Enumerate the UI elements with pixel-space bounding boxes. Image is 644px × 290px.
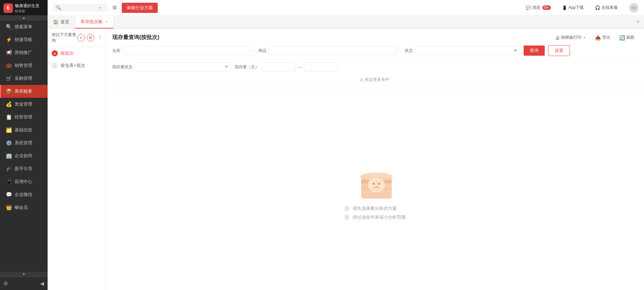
building-icon: 🏢 <box>6 153 12 159</box>
filter-row-1: 仓库 ··· 商品 ··· 状态 查询 <box>112 45 637 56</box>
plan-label-batch: 按批次 <box>61 50 74 56</box>
sidebar-item-quick-nav[interactable]: ⚡ 快捷导航 <box>0 33 48 46</box>
experience-btn[interactable]: 体验行业方案 <box>122 3 158 13</box>
sidebar-item-inventory[interactable]: 📦 库存核算 <box>0 85 48 98</box>
quantity-dash: — <box>297 64 302 70</box>
scroll-down[interactable]: ▼ <box>0 272 48 277</box>
sidebar-item-newbie[interactable]: 🎓 新手引导 <box>0 162 48 175</box>
sidebar-item-label: 搜索菜单 <box>15 24 32 30</box>
sidebar-item-finance[interactable]: 💰 资金管理 <box>0 98 48 111</box>
topbar-search-input[interactable] <box>63 5 97 10</box>
crown-icon: 👑 <box>6 204 12 211</box>
settings-button[interactable]: ⚙ <box>3 280 8 287</box>
filter-area: 仓库 ··· 商品 ··· 状态 查询 <box>105 45 644 88</box>
sidebar-item-system[interactable]: ⚙️ 系统管理 <box>0 137 48 149</box>
tabbar: 🏠 首页 库存批次账 × × <box>48 16 644 29</box>
topbar: 🔍 ▼ ⚙ 体验行业方案 💬 消息 99+ 📱 App下载 🎧 在线客服 <box>48 0 644 16</box>
sidebar-item-sales[interactable]: 💼 销售管理 <box>0 59 48 72</box>
folder-icon: 🗂️ <box>6 127 12 133</box>
wechat-icon: 💬 <box>6 192 12 198</box>
sidebar-item-marketing[interactable]: 📢 营销推广 <box>0 46 48 59</box>
clipboard-icon: 📋 <box>6 114 12 120</box>
print-label: 按模板打印 <box>561 35 581 40</box>
add-plan-button[interactable]: + <box>77 34 85 41</box>
close-panel-icon[interactable]: × <box>636 18 644 25</box>
status-select[interactable] <box>415 46 520 55</box>
divider <box>556 4 557 11</box>
sidebar: 6 畅康通好生意 标准版 ▲ 🔍 搜索菜单 ⚡ 快捷导航 📢 营销推广 💼 销售… <box>0 0 48 290</box>
print-icon: 🖨 <box>555 35 560 40</box>
sidebar-item-operation[interactable]: 📋 经营管理 <box>0 111 48 124</box>
plan-item-warehouse-batch[interactable]: ○ 按仓库+批次 <box>48 59 105 72</box>
left-panel: 按以下方案查询 + ⚙ 《 ● 按批次 ○ 按仓库+批次 <box>48 29 105 290</box>
warehouse-filter-group: 仓库 ··· <box>112 46 255 55</box>
plan-icon-inactive: ○ <box>52 62 58 69</box>
warehouse-label: 仓库 <box>112 48 120 54</box>
sidebar-item-wechat[interactable]: 💬 企业微信 <box>0 188 48 201</box>
product-dots-button[interactable]: ··· <box>398 48 401 53</box>
quantity-min-input[interactable] <box>261 62 295 71</box>
plan-settings-button[interactable]: ⚙ <box>87 34 94 41</box>
filter-divider <box>112 59 637 60</box>
search-icon: 🔍 <box>6 24 12 30</box>
flash-icon: ⚡ <box>6 37 12 43</box>
app-download-button[interactable]: 📱 App下载 <box>562 5 584 11</box>
plan-item-batch[interactable]: ● 按批次 <box>48 47 105 59</box>
page-title: 现存量查询(按批次) <box>112 34 159 41</box>
collapse-left-panel-button[interactable]: 《 <box>96 35 101 41</box>
empty-hint-2: 2 用过滤条件来缩小分析范围 <box>344 214 406 220</box>
sidebar-header: 6 畅康通好生意 标准版 <box>0 0 48 15</box>
settings-button[interactable]: 设置 <box>548 45 570 56</box>
app-icon: 📱 <box>6 179 12 185</box>
chevron-up-icon: ⋀ <box>360 77 363 82</box>
sidebar-item-label: 基础信息 <box>15 127 32 133</box>
cart-icon: 🛒 <box>6 75 12 81</box>
sidebar-item-vip[interactable]: 👑 畅会员 <box>0 201 48 214</box>
online-service-button[interactable]: 🎧 在线客服 <box>595 5 618 11</box>
product-label: 商品 <box>258 48 267 54</box>
sidebar-item-label: 经营管理 <box>15 114 32 120</box>
query-button[interactable]: 查询 <box>524 46 545 56</box>
home-icon: 🏠 <box>53 19 58 24</box>
tab-close-icon[interactable]: × <box>105 19 108 24</box>
inventory-status-select[interactable] <box>135 62 231 71</box>
sidebar-item-enterprise[interactable]: 🏢 企业协同 <box>0 149 48 162</box>
sidebar-item-purchase[interactable]: 🛒 采购管理 <box>0 72 48 85</box>
quantity-max-input[interactable] <box>304 62 338 71</box>
user-avatar[interactable]: Rit <box>629 3 639 13</box>
scroll-up[interactable]: ▲ <box>0 15 48 20</box>
collapse-sidebar-button[interactable]: ◀ <box>40 280 44 287</box>
topbar-search-area: 🔍 ▼ <box>53 4 107 12</box>
sidebar-item-basic[interactable]: 🗂️ 基础信息 <box>0 124 48 137</box>
sidebar-item-label: 资金管理 <box>15 101 32 107</box>
tab-active-label: 库存批次账 <box>81 19 103 25</box>
print-button[interactable]: 🖨 按模板打印 ▼ <box>552 33 589 42</box>
plan-label-warehouse-batch: 按仓库+批次 <box>61 62 85 69</box>
left-panel-actions: + ⚙ 《 <box>77 34 101 41</box>
tab-home-label: 首页 <box>61 19 69 25</box>
warehouse-dots-button[interactable]: ··· <box>252 48 255 53</box>
collapse-more-button[interactable]: ⋀ 收起更多条件 <box>112 75 637 85</box>
online-service-label: 在线客服 <box>601 5 618 11</box>
export-button[interactable]: 📤 导出 <box>592 33 613 42</box>
refresh-label: 刷新 <box>626 35 634 40</box>
warehouse-input[interactable] <box>122 46 250 55</box>
main-area: 🔍 ▼ ⚙ 体验行业方案 💬 消息 99+ 📱 App下载 🎧 在线客服 <box>48 0 644 290</box>
briefcase-icon: 💼 <box>6 62 12 69</box>
megaphone-icon: 📢 <box>6 50 12 56</box>
tab-home[interactable]: 🏠 首页 <box>48 16 75 29</box>
inventory-status-label: 现存量状态 <box>112 64 133 70</box>
tab-inventory-batch[interactable]: 库存批次账 × <box>75 16 114 29</box>
product-input[interactable] <box>269 46 396 55</box>
sidebar-item-search[interactable]: 🔍 搜索菜单 <box>0 20 48 33</box>
messages-button[interactable]: 💬 消息 99+ <box>526 5 551 11</box>
sidebar-item-label: 应用中心 <box>15 179 32 185</box>
empty-hint-1: 1 请先选择要分析的方案 <box>344 205 397 212</box>
topbar-settings-icon[interactable]: ⚙ <box>110 4 119 12</box>
empty-svg <box>354 158 399 202</box>
divider <box>623 4 624 11</box>
refresh-button[interactable]: 🔄 刷新 <box>616 33 637 42</box>
sidebar-item-apps[interactable]: 📱 应用中心 <box>0 175 48 188</box>
app-title: 畅康通好生意 标准版 <box>15 3 39 13</box>
hint-text-1: 请先选择要分析的方案 <box>353 205 397 212</box>
